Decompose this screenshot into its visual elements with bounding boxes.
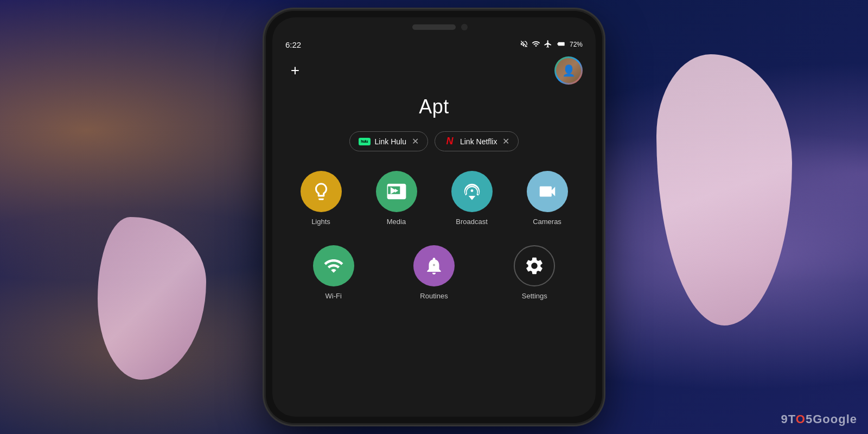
cameras-button[interactable]: Cameras (509, 167, 585, 230)
phone-frame: 6:22 (266, 11, 602, 423)
status-time: 6:22 (285, 40, 301, 49)
routines-button[interactable]: Routines (384, 241, 484, 304)
netflix-label: Link Netflix (460, 137, 497, 146)
cameras-icon-circle (527, 171, 568, 212)
hulu-chip[interactable]: hulu Link Hulu ✕ (349, 131, 428, 151)
svg-point-1 (432, 263, 436, 266)
media-label: Media (387, 218, 406, 226)
status-bar: 6:22 (272, 37, 596, 52)
add-button[interactable]: + (285, 61, 305, 80)
notch-area (272, 17, 596, 37)
app-content: + 👤 Apt hulu Link Hulu ✕ N Link Netflix … (272, 52, 596, 417)
battery-percent: 72% (570, 41, 583, 48)
avatar[interactable]: 👤 (554, 56, 583, 85)
routines-label: Routines (420, 292, 448, 300)
camera-dot (461, 24, 468, 30)
settings-button[interactable]: Settings (484, 241, 585, 304)
watermark: 9TO5Google (781, 412, 857, 426)
mute-icon (520, 40, 528, 50)
watermark-text: 9TO5Google (781, 412, 857, 426)
airplane-icon (544, 40, 552, 50)
settings-icon-circle (514, 245, 555, 286)
battery-icon (556, 40, 566, 50)
avatar-image: 👤 (556, 58, 581, 83)
speaker (412, 24, 456, 30)
bottom-icons-grid: Wi-Fi Routines (283, 241, 585, 304)
netflix-chip[interactable]: N Link Netflix ✕ (435, 131, 519, 151)
netflix-close-icon[interactable]: ✕ (502, 136, 509, 146)
hulu-close-icon[interactable]: ✕ (412, 136, 419, 146)
hulu-label: Link Hulu (375, 137, 406, 146)
settings-label: Settings (522, 292, 547, 300)
routines-icon-circle (413, 245, 455, 286)
media-icon-circle (376, 171, 417, 212)
cameras-label: Cameras (533, 218, 561, 226)
hulu-logo: hulu (359, 138, 371, 145)
wifi-icon-circle (313, 245, 354, 286)
phone-screen: 6:22 (272, 17, 596, 417)
lights-icon-circle (301, 171, 342, 212)
status-icons: 72% (520, 40, 583, 50)
top-bar: + 👤 (283, 56, 585, 85)
lights-button[interactable]: Lights (283, 167, 359, 230)
top-icons-grid: Lights Media (283, 167, 585, 230)
wifi-label: Wi-Fi (326, 292, 342, 300)
service-chips: hulu Link Hulu ✕ N Link Netflix ✕ (283, 131, 585, 151)
wifi-status-icon (532, 40, 540, 50)
netflix-logo: N (444, 138, 456, 145)
broadcast-label: Broadcast (456, 218, 488, 226)
media-button[interactable]: Media (359, 167, 434, 230)
broadcast-button[interactable]: Broadcast (434, 167, 509, 230)
room-title: Apt (283, 95, 585, 118)
broadcast-icon-circle (451, 171, 493, 212)
lights-label: Lights (311, 218, 330, 226)
wifi-button[interactable]: Wi-Fi (283, 241, 384, 304)
